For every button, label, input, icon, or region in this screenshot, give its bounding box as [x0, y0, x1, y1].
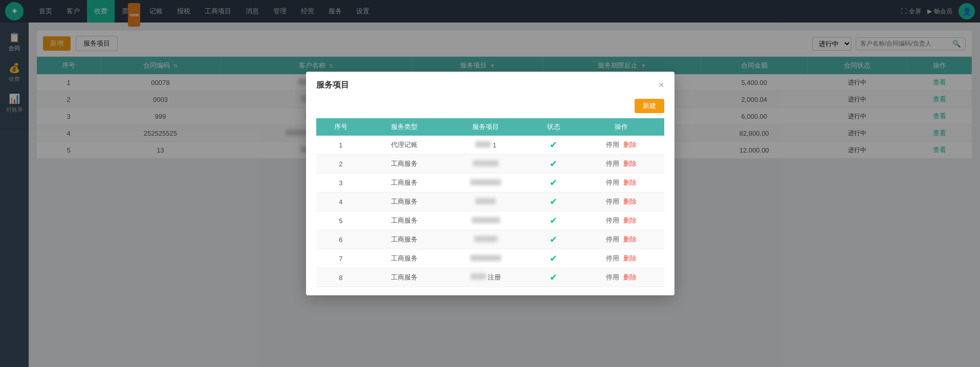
modal-cell-type: 工商服务 — [365, 230, 443, 249]
status-check-icon: ✔ — [550, 140, 557, 150]
modal-cell-seq: 8 — [316, 268, 366, 287]
delete-button[interactable]: 删除 — [623, 198, 637, 205]
new-service-button[interactable]: 新建 — [635, 99, 664, 113]
modal-table-wrap: 序号 服务类型 服务项目 状态 操作 1 代理记账 1 ✔ 停用 删除 2 工商 — [306, 118, 674, 295]
status-check-icon: ✔ — [550, 159, 557, 169]
modal-cell-seq: 3 — [316, 174, 366, 192]
modal-cell-status: ✔ — [529, 268, 579, 287]
modal-cell-project: 注册 — [443, 268, 529, 287]
modal-cell-type: 工商服务 — [365, 211, 443, 230]
stop-button[interactable]: 停用 — [606, 160, 619, 167]
modal-cell-project — [443, 174, 529, 192]
modal-cell-type: 工商服务 — [365, 192, 443, 211]
stop-button[interactable]: 停用 — [606, 217, 619, 224]
modal-table-row: 4 工商服务 ✔ 停用 删除 — [316, 192, 664, 211]
modal-cell-status: ✔ — [529, 249, 579, 268]
modal-overlay[interactable]: 服务项目 × 新建 序号 服务类型 服务项目 状态 操作 1 — [0, 0, 980, 367]
modal-cell-project — [443, 192, 529, 211]
modal-cell-action: 停用 删除 — [578, 136, 664, 155]
status-check-icon: ✔ — [550, 197, 557, 207]
delete-button[interactable]: 删除 — [623, 179, 637, 186]
modal-cell-status: ✔ — [529, 174, 579, 192]
modal-cell-status: ✔ — [529, 155, 579, 174]
modal-cell-seq: 6 — [316, 230, 366, 249]
stop-button[interactable]: 停用 — [606, 254, 619, 262]
modal-cell-project — [443, 211, 529, 230]
modal-cell-action: 停用 删除 — [578, 249, 664, 268]
modal-cell-seq: 5 — [316, 211, 366, 230]
modal-header-row: 序号 服务类型 服务项目 状态 操作 — [316, 118, 664, 136]
modal-cell-action: 停用 删除 — [578, 174, 664, 192]
modal-cell-project — [443, 155, 529, 174]
modal-th-action: 操作 — [578, 118, 664, 136]
modal-toolbar: 新建 — [306, 95, 674, 118]
modal-cell-action: 停用 删除 — [578, 230, 664, 249]
modal-table: 序号 服务类型 服务项目 状态 操作 1 代理记账 1 ✔ 停用 删除 2 工商 — [316, 118, 664, 287]
modal-cell-project — [443, 249, 529, 268]
modal-cell-seq: 1 — [316, 136, 366, 155]
modal-th-type: 服务类型 — [365, 118, 443, 136]
modal-cell-type: 工商服务 — [365, 268, 443, 287]
modal-table-row: 8 工商服务 注册 ✔ 停用 删除 — [316, 268, 664, 287]
stop-button[interactable]: 停用 — [606, 273, 619, 281]
delete-button[interactable]: 删除 — [623, 235, 637, 243]
status-check-icon: ✔ — [550, 253, 557, 264]
modal-cell-type: 代理记账 — [365, 136, 443, 155]
modal-cell-seq: 2 — [316, 155, 366, 174]
modal-title: 服务项目 — [316, 80, 349, 91]
modal-cell-type: 工商服务 — [365, 155, 443, 174]
modal-cell-type: 工商服务 — [365, 174, 443, 192]
modal-close-button[interactable]: × — [659, 80, 664, 91]
modal-cell-status: ✔ — [529, 230, 579, 249]
modal-cell-action: 停用 删除 — [578, 155, 664, 174]
modal-table-row: 5 工商服务 ✔ 停用 删除 — [316, 211, 664, 230]
modal-cell-status: ✔ — [529, 192, 579, 211]
stop-button[interactable]: 停用 — [606, 198, 619, 205]
service-items-modal: 服务项目 × 新建 序号 服务类型 服务项目 状态 操作 1 — [306, 72, 674, 295]
delete-button[interactable]: 删除 — [623, 160, 637, 167]
status-check-icon: ✔ — [550, 272, 557, 283]
delete-button[interactable]: 删除 — [623, 141, 637, 148]
modal-table-row: 7 工商服务 ✔ 停用 删除 — [316, 249, 664, 268]
status-check-icon: ✔ — [550, 234, 557, 245]
modal-cell-type: 工商服务 — [365, 249, 443, 268]
stop-button[interactable]: 停用 — [606, 235, 619, 243]
modal-th-project: 服务项目 — [443, 118, 529, 136]
modal-cell-action: 停用 删除 — [578, 268, 664, 287]
modal-cell-seq: 4 — [316, 192, 366, 211]
modal-cell-project — [443, 230, 529, 249]
modal-table-row: 2 工商服务 ✔ 停用 删除 — [316, 155, 664, 174]
stop-button[interactable]: 停用 — [606, 179, 619, 186]
modal-cell-project: 1 — [443, 136, 529, 155]
delete-button[interactable]: 删除 — [623, 217, 637, 224]
modal-table-row: 1 代理记账 1 ✔ 停用 删除 — [316, 136, 664, 155]
modal-table-row: 3 工商服务 ✔ 停用 删除 — [316, 174, 664, 192]
modal-table-row: 6 工商服务 ✔ 停用 删除 — [316, 230, 664, 249]
modal-header: 服务项目 × — [306, 72, 674, 95]
modal-cell-status: ✔ — [529, 211, 579, 230]
modal-cell-status: ✔ — [529, 136, 579, 155]
stop-button[interactable]: 停用 — [606, 141, 619, 148]
delete-button[interactable]: 删除 — [623, 254, 637, 262]
status-check-icon: ✔ — [550, 215, 557, 226]
modal-th-seq: 序号 — [316, 118, 366, 136]
modal-cell-action: 停用 删除 — [578, 211, 664, 230]
delete-button[interactable]: 删除 — [623, 273, 637, 281]
modal-cell-action: 停用 删除 — [578, 192, 664, 211]
modal-th-status: 状态 — [529, 118, 579, 136]
status-check-icon: ✔ — [550, 178, 557, 188]
modal-cell-seq: 7 — [316, 249, 366, 268]
